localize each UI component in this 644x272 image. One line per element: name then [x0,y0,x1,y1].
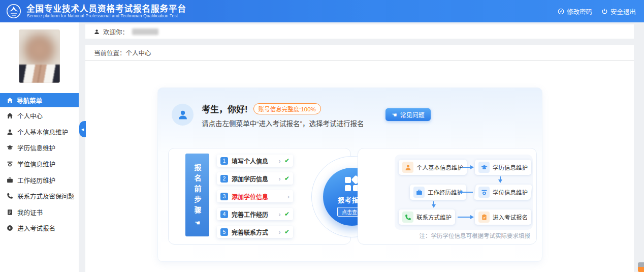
platform-title: 全国专业技术人员资格考试报名服务平台 [26,2,186,14]
flow-note: 注：学历学位信息可根据考试实际要求填报 [420,231,531,239]
flow-node-contact[interactable]: 联系方式维护 [399,209,455,225]
step-add-degree[interactable]: 3 添加学位信息 › [217,190,293,202]
step-complete-work-history[interactable]: 4 完善工作经历 › ✔ [217,208,293,220]
hand-pointer-icon: ☚ [392,111,397,118]
personal-center-card: 考生，你好! 账号信息完整度:100% 请点击左侧菜单中“进入考试报名”，选择考… [157,87,542,262]
welcome-bar: 欢迎你： [85,24,634,39]
arrow-left-icon [460,192,473,193]
chevron-right-icon: › [279,210,281,218]
briefcase-icon [413,187,425,198]
header-actions: 修改密码 安全退出 [558,0,636,22]
phone-icon [402,211,413,223]
content-area: 欢迎你： 当前位置：个人中心 考生，你好! 账号信息完整度:100% 请点击左侧… [85,22,634,272]
step-add-education[interactable]: 2 添加学历信息 › ✔ [217,172,293,185]
user-icon [7,129,13,135]
power-icon [601,8,608,15]
flow-diagram: 个人基本信息维护 学历信息维护 工作经历维护 [395,155,533,230]
step-complete-contact[interactable]: 5 完善联系方式 › ✔ [217,226,293,238]
arrow-down-icon [500,176,501,182]
account-completeness-badge: 账号信息完整度:100% [253,103,321,114]
sidebar-nav-menu-header[interactable]: 导航菜单 [0,93,79,107]
steps-banner: 报名前步骤 ☚ [185,154,209,236]
logout-button[interactable]: 安全退出 [601,7,636,16]
greeting-avatar [172,104,194,126]
sidebar-item-contact-security[interactable]: 联系方式及密保问题 [0,188,79,204]
arrow-circle-icon [7,225,13,231]
sidebar-item-basic-info[interactable]: 个人基本信息维护 [0,124,79,140]
sidebar: 导航菜单 个人中心 个人基本信息维护 学历信息维护 学位信息维护 [0,22,79,272]
check-icon: ✔ [284,210,289,218]
steps-list: 1 填写个人信息 › ✔ 2 添加学历信息 › ✔ 3 添加学位信息 › [217,155,293,244]
user-photo [19,29,60,83]
platform-logo-icon [6,4,21,19]
breadcrumb: 当前位置：个人中心 [85,45,634,61]
certificate-icon [7,209,13,216]
redacted-username [132,28,158,35]
sidebar-item-education[interactable]: 学历信息维护 [0,140,79,156]
greeting-row: 考生，你好! 账号信息完整度:100% [202,102,321,115]
arrow-down-icon [433,201,434,207]
step-fill-personal-info[interactable]: 1 填写个人信息 › ✔ [217,155,293,167]
welcome-label: 欢迎你： [103,27,128,37]
blurred-face [19,29,60,68]
sidebar-collapse-handle[interactable]: ◀ [79,121,86,137]
flow-node-basic-info[interactable]: 个人基本信息维护 [399,160,467,175]
change-password-button[interactable]: 修改密码 [558,7,592,16]
hand-pointer-icon: ☚ [195,219,201,227]
photo-shoulders [19,65,60,83]
check-icon: ✔ [284,228,289,235]
section-divider [175,137,526,137]
arrow-right-icon [458,217,473,218]
greeting-title: 考生，你好! [202,102,248,115]
steps-banner-label: 报名前步骤 [192,164,203,217]
briefcase-icon [7,177,13,184]
main-panel: 考生，你好! 账号信息完整度:100% 请点击左侧菜单中“进入考试报名”，选择考… [85,61,634,272]
medal-icon [478,187,490,198]
sidebar-item-degree[interactable]: 学位信息维护 [0,156,79,172]
flow-node-education[interactable]: 学历信息维护 [475,160,531,175]
flow-panel: 个人基本信息维护 学历信息维护 工作经历维护 [358,148,537,245]
medal-icon [7,161,13,167]
floating-widget[interactable] [638,262,644,272]
arrow-right-icon [462,167,473,168]
chevron-left-icon: ◀ [81,128,84,131]
greeting-tip: 请点击左侧菜单中“进入考试报名”，选择考试进行报名 [202,118,364,128]
edit-circle-icon [558,8,564,15]
user-icon [94,29,100,35]
platform-subtitle: Service platform for National Profession… [27,13,178,18]
flow-node-enter-registration[interactable]: 进入考试报名 [475,209,531,225]
chevron-right-icon: › [287,193,289,200]
sidebar-item-personal-center[interactable]: 个人中心 [0,108,79,124]
sidebar-item-work-history[interactable]: 工作经历维护 [0,172,79,188]
graduation-cap-icon [478,162,490,173]
home-icon [7,112,13,119]
faq-button[interactable]: ☚ 常见问题 [385,108,431,121]
app-header: 全国专业技术人员资格考试报名服务平台 Service platform for … [0,0,644,22]
phone-icon [7,193,13,199]
home-icon [7,97,13,104]
sidebar-menu: 个人中心 个人基本信息维护 学历信息维护 学位信息维护 工作经历维护 [0,108,79,236]
check-icon: ✔ [284,175,289,182]
chevron-right-icon: › [279,175,281,183]
clipboard-icon [478,211,490,223]
graduation-cap-icon [7,144,13,151]
chevron-right-icon: › [279,228,281,236]
sidebar-item-enter-registration[interactable]: 进入考试报名 [0,220,79,236]
user-icon [402,162,413,173]
chevron-right-icon: › [279,157,281,165]
sidebar-item-certificates[interactable]: 我的证书 [0,204,79,221]
flow-node-degree[interactable]: 学位信息维护 [474,185,532,200]
check-icon: ✔ [284,157,289,164]
